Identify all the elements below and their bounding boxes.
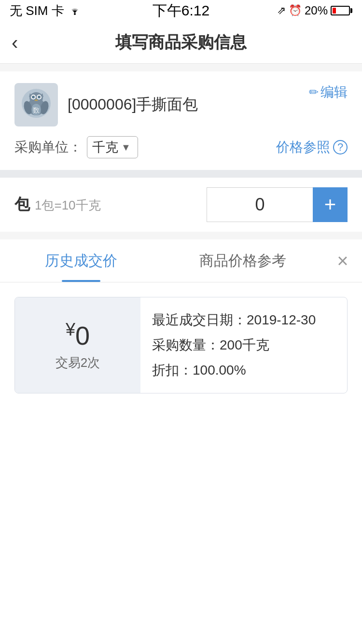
- unit-row: 采购单位： 千克 ▼: [14, 136, 138, 158]
- history-card-right: 最近成交日期：2019-12-30 采购数量：200千克 折扣：100.00%: [140, 297, 347, 393]
- product-left: 数 [0000006]手撕面包: [14, 83, 198, 126]
- product-thumbnail: 数: [14, 83, 58, 126]
- history-trades: 交易2次: [56, 354, 100, 371]
- alarm-icon: ⏰: [289, 4, 302, 17]
- svg-point-0: [74, 13, 76, 15]
- nav-bar: ‹ 填写商品采购信息: [0, 21, 362, 64]
- status-left: 无 SIM 卡: [10, 2, 82, 19]
- dropdown-arrow-icon: ▼: [121, 142, 131, 153]
- tab-active-indicator: [62, 280, 100, 282]
- purchase-qty-row: 采购数量：200千克: [152, 336, 335, 354]
- svg-text:数: 数: [33, 107, 40, 114]
- page-title: 填写商品采购信息: [115, 31, 247, 54]
- quantity-label-group: 包 1包=10千克: [14, 194, 101, 215]
- section-divider: [0, 170, 362, 178]
- quantity-plus-button[interactable]: +: [313, 187, 348, 222]
- tabs-section: 历史成交价 商品价格参考 × ¥0 交易2次 最近成交日期：2019-12-30…: [0, 239, 362, 408]
- product-meta: 采购单位： 千克 ▼ 价格参照 ?: [14, 136, 348, 158]
- tab-content: ¥0 交易2次 最近成交日期：2019-12-30 采购数量：200千克 折扣：…: [0, 282, 362, 408]
- bottom-space: [0, 408, 362, 644]
- carrier-text: 无 SIM 卡: [10, 2, 64, 19]
- status-bar: 无 SIM 卡 下午6:12 ⇗ ⏰ 20%: [0, 0, 362, 21]
- product-header: 数 [0000006]手撕面包 ✏ 编辑: [14, 83, 348, 126]
- quantity-input[interactable]: 0: [207, 187, 313, 222]
- unit-label: 采购单位：: [14, 138, 82, 156]
- edit-button[interactable]: ✏ 编辑: [309, 83, 348, 101]
- history-card: ¥0 交易2次 最近成交日期：2019-12-30 采购数量：200千克 折扣：…: [14, 297, 348, 393]
- quantity-unit: 包: [14, 194, 30, 215]
- currency-symbol: ¥: [66, 320, 75, 339]
- gps-icon: ⇗: [277, 4, 286, 17]
- tab-close-button[interactable]: ×: [323, 239, 362, 282]
- last-deal-date-row: 最近成交日期：2019-12-30: [152, 311, 335, 329]
- product-logo-icon: 数: [19, 86, 53, 124]
- price-ref-button[interactable]: 价格参照 ?: [276, 138, 348, 156]
- battery-icon: [331, 6, 352, 15]
- tabs-header: 历史成交价 商品价格参考 ×: [0, 239, 362, 282]
- tab-price-reference[interactable]: 商品价格参考: [162, 239, 323, 282]
- history-card-left: ¥0 交易2次: [15, 297, 140, 393]
- price-ref-question-icon: ?: [333, 140, 348, 154]
- status-right: ⇗ ⏰ 20%: [277, 4, 352, 17]
- unit-dropdown[interactable]: 千克 ▼: [87, 136, 138, 158]
- tab-history-price[interactable]: 历史成交价: [0, 239, 162, 282]
- battery-percentage: 20%: [305, 4, 328, 17]
- history-price: ¥0: [66, 320, 90, 350]
- quantity-section: 包 1包=10千克 0 +: [0, 178, 362, 232]
- edit-icon: ✏: [309, 85, 319, 99]
- product-name: [0000006]手撕面包: [68, 94, 198, 115]
- discount-row: 折扣：100.00%: [152, 361, 335, 379]
- svg-point-7: [38, 96, 41, 98]
- svg-point-6: [32, 96, 35, 98]
- wifi-icon: [68, 3, 82, 18]
- back-button[interactable]: ‹: [12, 33, 18, 52]
- status-time: 下午6:12: [153, 1, 209, 21]
- quantity-conversion: 1包=10千克: [35, 197, 101, 214]
- product-section: 数 [0000006]手撕面包 ✏ 编辑 采购单位： 千克 ▼ 价格参照 ?: [0, 71, 362, 170]
- quantity-input-group: 0 +: [207, 187, 348, 222]
